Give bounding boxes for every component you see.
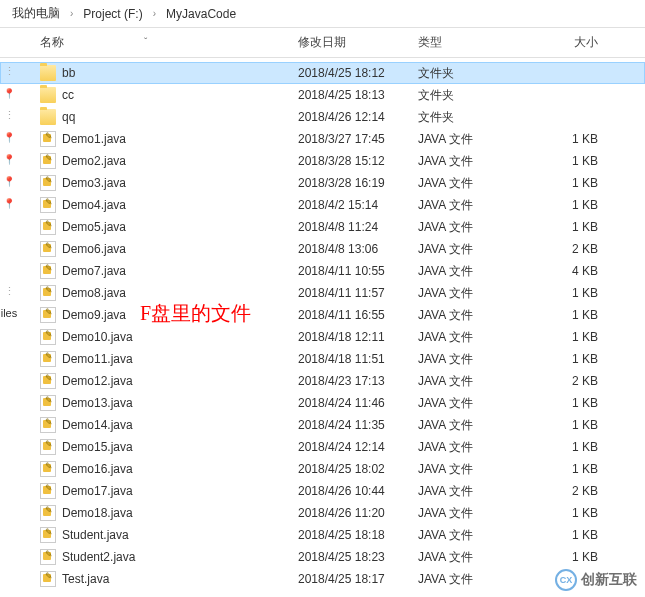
- file-name: Demo12.java: [62, 374, 133, 388]
- file-row[interactable]: Demo7.java2018/4/11 10:55JAVA 文件4 KB: [0, 260, 645, 282]
- folder-icon: [40, 87, 56, 103]
- file-row[interactable]: Student.java2018/4/25 18:18JAVA 文件1 KB: [0, 524, 645, 546]
- file-type: JAVA 文件: [418, 285, 538, 302]
- file-name: Demo11.java: [62, 352, 133, 366]
- file-name: Student2.java: [62, 550, 135, 564]
- file-row[interactable]: Demo3.java2018/3/28 16:19JAVA 文件1 KB: [0, 172, 645, 194]
- pin-icon[interactable]: 📍: [0, 148, 18, 170]
- java-file-icon: [40, 549, 56, 565]
- column-name-label: 名称: [40, 34, 64, 51]
- java-file-icon: [40, 483, 56, 499]
- watermark-text: 创新互联: [581, 571, 637, 589]
- file-type: JAVA 文件: [418, 571, 538, 588]
- file-type: JAVA 文件: [418, 175, 538, 192]
- file-row[interactable]: Demo9.java2018/4/11 16:55JAVA 文件1 KB: [0, 304, 645, 326]
- file-row[interactable]: cc2018/4/25 18:13文件夹: [0, 84, 645, 106]
- file-row[interactable]: Demo10.java2018/4/18 12:11JAVA 文件1 KB: [0, 326, 645, 348]
- file-size: 1 KB: [538, 176, 598, 190]
- dots-icon: ⋮: [0, 280, 18, 302]
- file-date: 2018/3/28 15:12: [298, 154, 418, 168]
- file-size: 1 KB: [538, 418, 598, 432]
- watermark: CX 创新互联: [555, 569, 637, 591]
- java-file-icon: [40, 285, 56, 301]
- java-file-icon: [40, 153, 56, 169]
- java-file-icon: [40, 461, 56, 477]
- file-row[interactable]: Demo5.java2018/4/8 11:24JAVA 文件1 KB: [0, 216, 645, 238]
- column-date[interactable]: 修改日期: [298, 34, 418, 51]
- file-date: 2018/4/23 17:13: [298, 374, 418, 388]
- file-type: JAVA 文件: [418, 395, 538, 412]
- pin-icon[interactable]: 📍: [0, 126, 18, 148]
- file-size: 2 KB: [538, 484, 598, 498]
- java-file-icon: [40, 131, 56, 147]
- file-row[interactable]: Test.java2018/4/25 18:17JAVA 文件: [0, 568, 645, 590]
- file-row[interactable]: Demo1.java2018/3/27 17:45JAVA 文件1 KB: [0, 128, 645, 150]
- file-name: Test.java: [62, 572, 109, 586]
- file-date: 2018/4/25 18:23: [298, 550, 418, 564]
- file-row[interactable]: Demo13.java2018/4/24 11:46JAVA 文件1 KB: [0, 392, 645, 414]
- chevron-right-icon: ›: [64, 8, 79, 19]
- column-type[interactable]: 类型: [418, 34, 538, 51]
- breadcrumb-item[interactable]: Project (F:): [79, 5, 146, 23]
- file-size: 1 KB: [538, 154, 598, 168]
- breadcrumb[interactable]: 我的电脑 › Project (F:) › MyJavaCode: [0, 0, 645, 28]
- file-date: 2018/4/2 15:14: [298, 198, 418, 212]
- pin-icon[interactable]: 📍: [0, 82, 18, 104]
- file-size: 1 KB: [538, 440, 598, 454]
- file-type: JAVA 文件: [418, 549, 538, 566]
- file-row[interactable]: Demo14.java2018/4/24 11:35JAVA 文件1 KB: [0, 414, 645, 436]
- file-size: 1 KB: [538, 396, 598, 410]
- file-name: cc: [62, 88, 74, 102]
- file-row[interactable]: Demo8.java2018/4/11 11:57JAVA 文件1 KB: [0, 282, 645, 304]
- java-file-icon: [40, 263, 56, 279]
- file-row[interactable]: Demo6.java2018/4/8 13:06JAVA 文件2 KB: [0, 238, 645, 260]
- file-row[interactable]: Demo2.java2018/3/28 15:12JAVA 文件1 KB: [0, 150, 645, 172]
- file-date: 2018/4/26 12:14: [298, 110, 418, 124]
- file-date: 2018/4/8 13:06: [298, 242, 418, 256]
- file-list: bb2018/4/25 18:12文件夹cc2018/4/25 18:13文件夹…: [0, 58, 645, 590]
- column-size[interactable]: 大小: [538, 34, 598, 51]
- file-name: Demo17.java: [62, 484, 133, 498]
- file-name: Demo9.java: [62, 308, 126, 322]
- file-name: Demo4.java: [62, 198, 126, 212]
- pin-icon[interactable]: 📍: [0, 170, 18, 192]
- file-date: 2018/4/11 16:55: [298, 308, 418, 322]
- file-row[interactable]: Demo17.java2018/4/26 10:44JAVA 文件2 KB: [0, 480, 645, 502]
- file-type: JAVA 文件: [418, 483, 538, 500]
- file-name: bb: [62, 66, 75, 80]
- file-size: 1 KB: [538, 506, 598, 520]
- file-row[interactable]: Demo11.java2018/4/18 11:51JAVA 文件1 KB: [0, 348, 645, 370]
- file-row[interactable]: Demo4.java2018/4/2 15:14JAVA 文件1 KB: [0, 194, 645, 216]
- file-row[interactable]: Demo12.java2018/4/23 17:13JAVA 文件2 KB: [0, 370, 645, 392]
- java-file-icon: [40, 307, 56, 323]
- file-date: 2018/3/27 17:45: [298, 132, 418, 146]
- file-row[interactable]: Demo18.java2018/4/26 11:20JAVA 文件1 KB: [0, 502, 645, 524]
- breadcrumb-item[interactable]: 我的电脑: [8, 3, 64, 24]
- file-size: 1 KB: [538, 330, 598, 344]
- file-size: 1 KB: [538, 220, 598, 234]
- breadcrumb-item[interactable]: MyJavaCode: [162, 5, 240, 23]
- file-type: JAVA 文件: [418, 263, 538, 280]
- file-row[interactable]: Student2.java2018/4/25 18:23JAVA 文件1 KB: [0, 546, 645, 568]
- file-type: JAVA 文件: [418, 373, 538, 390]
- file-type: JAVA 文件: [418, 307, 538, 324]
- file-type: 文件夹: [418, 109, 538, 126]
- java-file-icon: [40, 505, 56, 521]
- file-date: 2018/4/24 11:46: [298, 396, 418, 410]
- file-date: 2018/4/8 11:24: [298, 220, 418, 234]
- column-name[interactable]: 名称 ˇ: [40, 34, 298, 51]
- file-date: 2018/4/11 10:55: [298, 264, 418, 278]
- file-row[interactable]: Demo15.java2018/4/24 12:14JAVA 文件1 KB: [0, 436, 645, 458]
- file-type: JAVA 文件: [418, 439, 538, 456]
- file-row[interactable]: qq2018/4/26 12:14文件夹: [0, 106, 645, 128]
- java-file-icon: [40, 571, 56, 587]
- pin-icon[interactable]: 📍: [0, 192, 18, 214]
- folder-icon: [40, 109, 56, 125]
- file-type: JAVA 文件: [418, 197, 538, 214]
- file-type: 文件夹: [418, 87, 538, 104]
- file-size: 1 KB: [538, 198, 598, 212]
- sidebar-label: iles: [0, 302, 18, 324]
- file-row[interactable]: bb2018/4/25 18:12文件夹: [0, 62, 645, 84]
- file-row[interactable]: Demo16.java2018/4/25 18:02JAVA 文件1 KB: [0, 458, 645, 480]
- file-name: Demo16.java: [62, 462, 133, 476]
